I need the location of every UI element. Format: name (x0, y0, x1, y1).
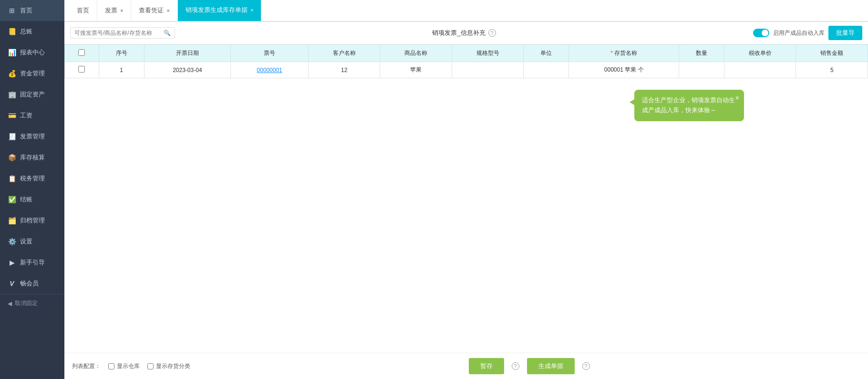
generate-button[interactable]: 生成单据 (527, 358, 575, 374)
list-config-label: 列表配置： (72, 362, 101, 370)
guide-icon: ▶ (8, 259, 16, 266)
row-unit-price (724, 62, 796, 78)
row-quantity (679, 62, 724, 78)
col-checkbox (65, 45, 99, 62)
sidebar-item-settle[interactable]: ✅ 结账 (0, 189, 64, 210)
auto-warehouse-toggle[interactable] (753, 29, 769, 37)
toolbar-right: 启用产成品自动入库 批量导 (753, 26, 862, 40)
select-all-checkbox[interactable] (78, 49, 85, 56)
tab-sales-close[interactable]: × (250, 7, 253, 13)
settings-icon: ⚙️ (8, 238, 16, 245)
show-warehouse-label: 显示仓库 (117, 362, 140, 370)
search-box[interactable]: 🔍 (70, 27, 175, 39)
sidebar-item-label: 税务管理 (20, 174, 45, 183)
sidebar-item-settings[interactable]: ⚙️ 设置 (0, 231, 64, 252)
row-ticket-no[interactable]: 00000001 (231, 62, 309, 78)
sidebar-item-tax[interactable]: 📋 税务管理 (0, 168, 64, 189)
batch-button[interactable]: 批量导 (828, 26, 862, 40)
row-date: 2023-03-04 (144, 62, 230, 78)
row-spec (452, 62, 523, 78)
tab-voucher[interactable]: 查看凭证 × (131, 0, 177, 21)
tab-invoice[interactable]: 发票 × (97, 0, 131, 21)
sidebar-item-label: 归档管理 (20, 216, 45, 225)
tax-icon: 📋 (8, 175, 16, 182)
col-quantity: 数量 (679, 45, 724, 62)
col-spec: 规格型号 (452, 45, 523, 62)
save-button[interactable]: 暂存 (469, 358, 504, 374)
tab-sales[interactable]: 销项发票生成库存单据 × (178, 0, 261, 21)
show-category-checkbox-label[interactable]: 显示存货分类 (147, 362, 190, 370)
save-help-icon[interactable]: ? (512, 362, 519, 370)
col-unit: 单位 (524, 45, 569, 62)
search-icon: 🔍 (164, 30, 171, 36)
sidebar: ⊞ 首页 📒 总账 📊 报表中心 💰 资金管理 🏢 固定资产 💳 工资 🧾 发票… (0, 0, 64, 379)
generate-help-icon[interactable]: ? (582, 362, 590, 370)
sidebar-item-label: 新手引导 (20, 258, 45, 267)
sidebar-item-label: 发票管理 (20, 132, 45, 141)
show-warehouse-checkbox[interactable] (108, 363, 114, 369)
archive-icon: 🗂️ (8, 217, 16, 224)
col-product: 商品名称 (380, 45, 452, 62)
col-date: 开票日期 (144, 45, 230, 62)
invoice-icon: 🧾 (8, 133, 16, 140)
row-checkbox[interactable] (78, 66, 85, 73)
settle-icon: ✅ (8, 196, 16, 203)
undo-icon: ◀ (8, 300, 12, 307)
table-row: 1 2023-03-04 00000001 12 苹果 000001 苹果 个 … (65, 62, 868, 78)
tooltip-text: 适合生产型企业，销项发票自动生成产成品入库，快来体验～ (642, 96, 735, 114)
main-area: 首页 发票 × 查看凭证 × 销项发票生成库存单据 × 🔍 销项发票_信息补充 … (64, 0, 868, 379)
tab-home-label: 首页 (77, 6, 89, 15)
sidebar-item-invoice[interactable]: 🧾 发票管理 (0, 126, 64, 147)
col-seq: 序号 (99, 45, 144, 62)
sidebar-item-payroll[interactable]: 💳 工资 (0, 105, 64, 126)
tab-invoice-label: 发票 (105, 6, 117, 15)
sidebar-item-fund[interactable]: 💰 资金管理 (0, 63, 64, 84)
data-table: 序号 开票日期 票号 客户名称 商品名称 规格型号 单位 存货名称 数量 税收单… (64, 44, 868, 78)
sidebar-item-guide[interactable]: ▶ 新手引导 (0, 252, 64, 273)
show-warehouse-checkbox-label[interactable]: 显示仓库 (108, 362, 140, 370)
sidebar-item-member[interactable]: V 畅会员 (0, 273, 64, 294)
tab-home[interactable]: 首页 (69, 0, 97, 21)
home-icon: ⊞ (8, 7, 16, 14)
undo-label: 取消固定 (15, 299, 38, 307)
sidebar-item-inventory[interactable]: 📦 库存核算 (0, 147, 64, 168)
sidebar-item-label: 结账 (20, 195, 32, 204)
toggle-label: 启用产成品自动入库 (773, 29, 825, 37)
row-unit (524, 62, 569, 78)
asset-icon: 🏢 (8, 91, 16, 98)
sidebar-item-ledger[interactable]: 📒 总账 (0, 21, 64, 42)
col-unit-price: 税收单价 (724, 45, 796, 62)
tab-voucher-close[interactable]: × (166, 8, 169, 13)
sidebar-item-home[interactable]: ⊞ 首页 (0, 0, 64, 21)
sidebar-item-report[interactable]: 📊 报表中心 (0, 42, 64, 63)
sidebar-item-label: 畅会员 (20, 279, 39, 288)
sales-info-label: 销项发票_信息补充 (432, 29, 485, 37)
sidebar-item-archive[interactable]: 🗂️ 归档管理 (0, 210, 64, 231)
row-seq: 1 (99, 62, 144, 78)
sidebar-item-label: 报表中心 (20, 48, 45, 57)
bottom-bar: 列表配置： 显示仓库 显示存货分类 暂存 ? 生成单据 ? (64, 353, 868, 379)
sidebar-item-label: 资金管理 (20, 69, 45, 78)
search-input[interactable] (74, 30, 161, 36)
tab-bar: 首页 发票 × 查看凭证 × 销项发票生成库存单据 × (64, 0, 868, 22)
tab-invoice-close[interactable]: × (120, 8, 123, 13)
sales-info-help-icon[interactable]: ? (488, 29, 496, 37)
tab-voucher-label: 查看凭证 (139, 6, 164, 15)
sidebar-item-label: 工资 (20, 111, 32, 120)
toolbar-mid: 销项发票_信息补充 ? (180, 29, 748, 37)
toolbar: 🔍 销项发票_信息补充 ? 启用产成品自动入库 批量导 (64, 22, 868, 44)
row-amount: 5 (796, 62, 868, 78)
tooltip-bubble: × 适合生产型企业，销项发票自动生成产成品入库，快来体验～ (634, 90, 744, 121)
col-amount: 销售金额 (796, 45, 868, 62)
inventory-icon: 📦 (8, 154, 16, 161)
col-inventory: 存货名称 (569, 45, 679, 62)
tooltip-close-button[interactable]: × (735, 93, 739, 103)
sidebar-undo-button[interactable]: ◀ 取消固定 (0, 294, 64, 312)
sidebar-item-label: 设置 (20, 237, 32, 246)
bottom-bar-mid: 暂存 ? 生成单据 ? (198, 358, 860, 374)
show-category-checkbox[interactable] (147, 363, 154, 369)
sidebar-item-label: 总账 (20, 27, 32, 36)
member-icon: V (8, 280, 16, 287)
sidebar-item-asset[interactable]: 🏢 固定资产 (0, 84, 64, 105)
report-icon: 📊 (8, 49, 16, 56)
